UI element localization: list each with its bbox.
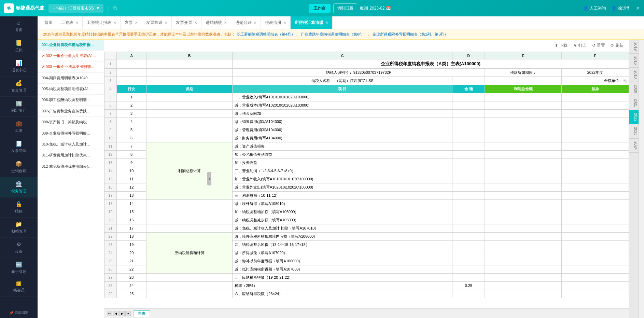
table-row-taxpayer: 2 纳税人识别号： 91320500703719732P 税款所属期间： <box>104 68 629 77</box>
tab-tax-return-close[interactable]: ✕ <box>283 21 286 25</box>
tab-invoice-calc[interactable]: 发票算账 ✕ <box>142 16 172 29</box>
year-item-2019[interactable]: 2019 <box>629 40 639 54</box>
nav-next[interactable]: ▶ <box>119 311 125 316</box>
bottom-tab-main[interactable]: 主表 <box>134 310 150 317</box>
sidebar-item-closing[interactable]: 🔒 结账 <box>0 197 38 218</box>
sidebar-item-invoices[interactable]: 🧾 发票管理 <box>0 137 38 157</box>
sidebar-item-ledger[interactable]: 📒 总账 <box>0 36 38 56</box>
main-layout: ⌂ 首页 📒 总账 📊 报表中心 💰 资金管理 🏢 固定资产 💼 工资 🧾 发票… <box>0 16 644 318</box>
year-item-2016[interactable]: 2016 <box>629 54 639 68</box>
sidebar-item-archive[interactable]: 📁 归档管理 <box>0 218 38 238</box>
menu-item-004[interactable]: 004-期间费用明细表(A1040... <box>38 73 104 84</box>
sidebar-item-guide[interactable]: 🆕 新手引导 <box>0 258 38 278</box>
sidebar-label-member: 畅会员 <box>13 288 25 293</box>
nav-first[interactable]: ⇤ <box>107 311 112 316</box>
sidebar-item-tax[interactable]: 🏦 税务管理 <box>0 177 38 197</box>
menu-item-009[interactable]: 009-企业所得税补亏损明细... <box>38 128 104 139</box>
table-row: 27 23 五、应纳税所得额（19-20-21-22） <box>104 273 629 281</box>
table-row: 20 16 减：纳税调整减少额（填写A105000） <box>104 216 629 224</box>
tab-payroll-stats-close[interactable]: ✕ <box>113 21 116 25</box>
menu-item-002[interactable]: 002-一般企业收入明细表(A1... <box>38 51 104 61</box>
sidebar-label-invoices: 发票管理 <box>11 148 26 153</box>
tab-income-tax[interactable]: 所得税汇算清缴 ✕ <box>291 16 333 29</box>
tab-invoice-calc-label: 发票算账 <box>146 20 163 26</box>
warning-link-1[interactable]: 职工薪酬纳税调整明细表（第4列） <box>237 32 295 36</box>
tab-purchase-ledger[interactable]: 进销台账 ✕ <box>231 16 261 29</box>
copy-icon: ⧉ <box>113 5 117 11</box>
ai-label: 人工咨询 <box>590 5 606 11</box>
menu-item-007[interactable]: 007-广告费和业务宣传费跌... <box>38 106 104 117</box>
menu-item-008[interactable]: 008-资产折旧、摊销及纳税... <box>38 117 104 128</box>
workbench-button[interactable]: 工作台 <box>309 4 331 13</box>
sidebar-label-home: 首页 <box>15 27 23 32</box>
reset-button[interactable]: ↺ 重置 <box>592 43 605 49</box>
tab-tax-return[interactable]: 税表清册 ✕ <box>261 16 291 29</box>
sidebar-item-funds[interactable]: 💰 资金管理 <box>0 77 38 97</box>
menu-item-011[interactable]: 011-研发费用加计扣除优惠... <box>38 150 104 161</box>
col-header-c: C <box>233 52 452 59</box>
tab-payroll-close[interactable]: ✕ <box>75 21 78 25</box>
purchases-icon: 📦 <box>15 161 22 167</box>
tab-invoice-open-close[interactable]: ✕ <box>194 21 197 25</box>
ai-consultant[interactable]: 👤 人工咨询 <box>583 5 606 11</box>
tab-payroll-stats[interactable]: 工资统计报表 ✕ <box>83 16 121 29</box>
warning-text: 2019年度涉及取以前年度结转数据的申报表单元格需要手工维护正确，才能保证本年及… <box>43 32 235 36</box>
sidebar-item-assets[interactable]: 🏢 固定资产 <box>0 97 38 117</box>
close-icon[interactable]: ✕ <box>636 5 640 11</box>
member-icon: V <box>16 281 21 286</box>
sidebar-label-tax: 税务管理 <box>11 189 26 194</box>
year-item-2024[interactable]: 2024 <box>629 139 639 153</box>
sidebar-item-payroll[interactable]: 💼 工资 <box>0 117 38 137</box>
tab-home[interactable]: 首页 <box>40 16 57 29</box>
year-item-2021[interactable]: 2021 <box>629 96 639 110</box>
year-item-2018[interactable]: 2018 <box>629 68 639 82</box>
sidebar-item-member[interactable]: V 畅会员 <box>0 278 38 296</box>
table-row-col-headers: 4 行次 类别 项 目 全 额 利润总全额 差异 <box>104 85 629 93</box>
username: 徐运华 <box>618 5 630 11</box>
sidebar-item-home[interactable]: ⌂ 首页 <box>0 16 38 36</box>
spreadsheet-table: A B C D E F 1 <box>104 52 629 298</box>
sidebar-item-purchases[interactable]: 📦 进销台账 <box>0 157 38 177</box>
col-header-b: B <box>146 52 233 59</box>
tab-invoices-close[interactable]: ✕ <box>135 21 138 25</box>
table-container[interactable]: A B C D E F 1 <box>104 52 629 309</box>
tab-purchase-ledger-close[interactable]: ✕ <box>254 21 256 25</box>
tab-invoices[interactable]: 发票 ✕ <box>121 16 142 29</box>
year-item-2022[interactable]: 2022 <box>629 110 639 124</box>
sidebar-item-settings[interactable]: ⚙ 设置 <box>0 238 38 258</box>
print-button[interactable]: 🖨 打印 <box>573 43 587 49</box>
menu-item-005[interactable]: 005-纳税调整项目明细表(A1... <box>38 84 104 95</box>
menu-item-010[interactable]: 010-免税、减计收入及加计... <box>38 139 104 150</box>
inner-layout: 001-企业所得税年度纳税申报... 002-一般企业收入明细表(A1... 0… <box>38 40 644 318</box>
company-selector[interactable]: （勾副）江西服宝-LSS ▼ <box>48 4 103 13</box>
switch-version-button[interactable]: 切到旧版 <box>333 3 357 13</box>
user-profile[interactable]: 👤 徐运华 <box>612 5 630 11</box>
menu-item-001[interactable]: 001-企业所得税年度纳税申报... <box>38 40 104 51</box>
menu-item-006[interactable]: 006-职工薪酬纳税调整明细... <box>38 95 104 106</box>
period-info: 账期 2023-02 📅 <box>360 5 391 11</box>
tab-payroll[interactable]: 工资表 ✕ <box>57 16 83 29</box>
year-item-2023[interactable]: 2023 <box>629 124 639 138</box>
tab-invoice-open[interactable]: 发票开票 ✕ <box>172 16 201 29</box>
top-header: 畅 畅捷通易代账 （勾副）江西服宝-LSS ▼ | ⧉ 工作台 切到旧版 账期 … <box>0 0 644 16</box>
collapse-button[interactable]: ◀ <box>207 172 211 185</box>
menu-item-012[interactable]: 012-减免所得税优惠明细表(… <box>38 161 104 172</box>
refresh-button[interactable]: ⟳ 刷新 <box>611 43 624 49</box>
tab-purchase-check-close[interactable]: ✕ <box>224 21 227 25</box>
nav-prev[interactable]: ◀ <box>113 311 118 316</box>
table-row: 11 7 利润总额计算 减：资产减值损失 <box>104 142 629 150</box>
menu-item-003[interactable]: 003-一般企业成本支出明细... <box>38 61 104 72</box>
download-button[interactable]: ⬇ 下载 <box>555 43 568 49</box>
tab-purchase-check[interactable]: 进销稽核 ✕ <box>201 16 231 29</box>
year-item-2020[interactable]: 2020 <box>629 82 639 96</box>
tab-income-tax-close[interactable]: ✕ <box>325 21 328 25</box>
tab-invoice-calc-close[interactable]: ✕ <box>165 21 167 25</box>
col-label-cy: 差异 <box>561 85 629 93</box>
warning-link-3[interactable]: 企业所得税附补亏损明细表（第2列、第8列） <box>373 32 448 36</box>
pin-button[interactable]: 📌 取消固定 <box>0 308 38 318</box>
warning-link-2[interactable]: 广宣费跌年度纳税调整明细表（第8行） <box>301 32 367 36</box>
pin-label: 取消固定 <box>15 310 28 315</box>
nav-last[interactable]: ⇥ <box>125 311 131 316</box>
tab-invoice-open-label: 发票开票 <box>176 20 192 26</box>
sidebar-item-reports[interactable]: 📊 报表中心 <box>0 56 38 77</box>
